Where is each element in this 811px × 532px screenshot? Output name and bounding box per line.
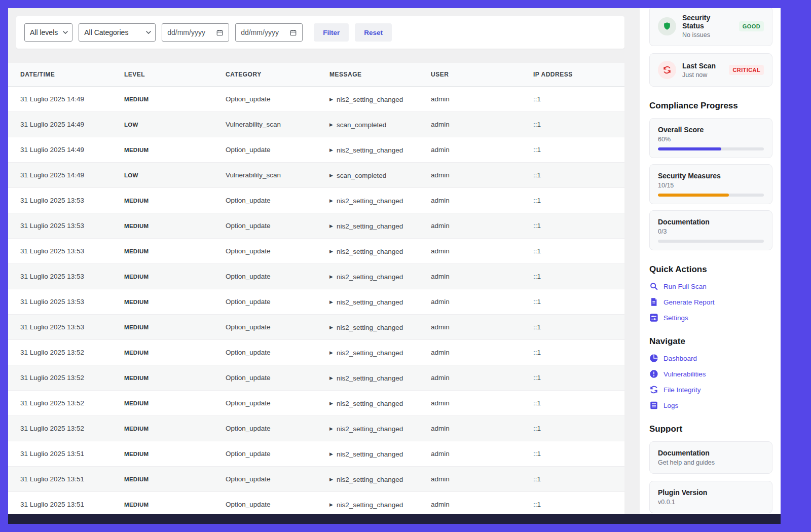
- column-header-message: MESSAGE: [317, 63, 419, 87]
- progress-card: Security Measures 10/15: [649, 164, 772, 204]
- logs-table-header: DATE/TIME LEVEL CATEGORY MESSAGE USER IP…: [8, 63, 624, 87]
- log-filter-bar: All levels All Categories dd/mm/yyyy: [16, 16, 624, 49]
- log-message-toggle[interactable]: ▶ nis2_setting_changed: [329, 197, 403, 205]
- sync-icon: [649, 385, 658, 394]
- support-documentation-card[interactable]: Documentation Get help and guides: [649, 441, 772, 474]
- column-header-datetime: DATE/TIME: [8, 63, 112, 87]
- expand-triangle-icon: ▶: [329, 224, 333, 229]
- progress-value: 10/15: [658, 182, 764, 189]
- log-level: MEDIUM: [124, 198, 149, 204]
- log-message: nis2_setting_changed: [337, 450, 403, 458]
- column-header-category: CATEGORY: [213, 63, 317, 87]
- quick-action-run-full-scan[interactable]: Run Full Scan: [649, 282, 772, 291]
- expand-triangle-icon: ▶: [329, 427, 333, 431]
- nav-link-label: Dashboard: [663, 355, 697, 362]
- log-datetime: 31 Luglio 2025 14:49: [8, 137, 112, 163]
- log-message-toggle[interactable]: ▶ nis2_setting_changed: [329, 298, 403, 306]
- log-category: Option_update: [213, 87, 317, 112]
- log-ip: ::1: [521, 137, 624, 163]
- log-ip: ::1: [521, 239, 624, 264]
- date-to-placeholder: dd/mm/yyyy: [241, 28, 279, 36]
- log-message-toggle[interactable]: ▶ nis2_setting_changed: [329, 248, 403, 255]
- nav-link-vulnerabilities[interactable]: Vulnerabilities: [649, 369, 772, 378]
- progress-title: Documentation: [658, 218, 764, 226]
- log-level: MEDIUM: [124, 451, 149, 457]
- log-message: nis2_setting_changed: [337, 273, 403, 281]
- log-message: scan_completed: [337, 121, 386, 129]
- log-level: MEDIUM: [124, 223, 149, 229]
- log-ip: ::1: [521, 315, 624, 340]
- nav-link-logs[interactable]: Logs: [649, 401, 772, 410]
- log-category: Option_update: [213, 441, 317, 467]
- log-ip: ::1: [521, 264, 624, 289]
- log-category: Option_update: [213, 416, 317, 441]
- log-user: admin: [419, 340, 521, 365]
- log-message: nis2_setting_changed: [337, 248, 403, 255]
- expand-triangle-icon: ▶: [329, 148, 333, 153]
- filter-button[interactable]: Filter: [314, 23, 349, 42]
- log-level: MEDIUM: [124, 248, 149, 254]
- nav-link-dashboard[interactable]: Dashboard: [649, 354, 772, 363]
- log-level: MEDIUM: [124, 400, 149, 406]
- log-message-toggle[interactable]: ▶ nis2_setting_changed: [329, 450, 403, 458]
- log-message: nis2_setting_changed: [337, 400, 403, 407]
- quick-action-generate-report[interactable]: Generate Report: [649, 297, 772, 307]
- log-level: MEDIUM: [124, 502, 149, 508]
- log-message-toggle[interactable]: ▶ scan_completed: [329, 172, 386, 179]
- table-row: 31 Luglio 2025 13:52 MEDIUM Option_updat…: [8, 391, 624, 416]
- log-level: MEDIUM: [124, 96, 149, 102]
- log-message-toggle[interactable]: ▶ nis2_setting_changed: [329, 425, 403, 433]
- support-documentation-subtitle: Get help and guides: [658, 459, 764, 466]
- log-user: admin: [419, 137, 521, 163]
- table-row: 31 Luglio 2025 13:53 MEDIUM Option_updat…: [8, 239, 624, 264]
- calendar-icon: [289, 29, 297, 36]
- quick-action-label: Settings: [663, 314, 688, 322]
- content-row: All levels All Categories dd/mm/yyyy: [8, 8, 781, 514]
- log-message-toggle[interactable]: ▶ nis2_setting_changed: [329, 324, 403, 331]
- date-from-input[interactable]: dd/mm/yyyy: [162, 23, 229, 42]
- log-message-toggle[interactable]: ▶ nis2_setting_changed: [329, 222, 403, 230]
- nav-link-file-integrity[interactable]: File Integrity: [649, 385, 772, 394]
- log-message-toggle[interactable]: ▶ nis2_setting_changed: [329, 374, 403, 382]
- log-ip: ::1: [521, 467, 624, 492]
- log-message: scan_completed: [337, 172, 386, 179]
- log-ip: ::1: [521, 391, 624, 416]
- log-category: Option_update: [213, 213, 317, 239]
- log-message-toggle[interactable]: ▶ scan_completed: [329, 121, 386, 129]
- navigate-heading: Navigate: [649, 336, 772, 347]
- log-user: admin: [419, 391, 521, 416]
- category-filter-select[interactable]: All Categories: [79, 23, 156, 42]
- log-message-toggle[interactable]: ▶ nis2_setting_changed: [329, 146, 403, 154]
- last-scan-subtitle: Just now: [682, 71, 723, 79]
- expand-triangle-icon: ▶: [329, 452, 333, 457]
- log-ip: ::1: [521, 441, 624, 467]
- log-user: admin: [419, 87, 521, 112]
- log-category: Option_update: [213, 188, 317, 213]
- alert-icon: [649, 369, 658, 378]
- log-message: nis2_setting_changed: [337, 476, 403, 483]
- support-documentation-title: Documentation: [658, 449, 764, 457]
- level-filter-select[interactable]: All levels: [24, 23, 72, 42]
- log-message-toggle[interactable]: ▶ nis2_setting_changed: [329, 400, 403, 407]
- log-message-toggle[interactable]: ▶ nis2_setting_changed: [329, 349, 403, 357]
- footer-bar: [8, 514, 781, 524]
- log-message-toggle[interactable]: ▶ nis2_setting_changed: [329, 273, 403, 281]
- log-datetime: 31 Luglio 2025 13:51: [8, 467, 112, 492]
- log-category: Vulnerability_scan: [213, 163, 317, 188]
- log-message: nis2_setting_changed: [337, 349, 403, 357]
- reset-button[interactable]: Reset: [355, 23, 392, 42]
- table-row: 31 Luglio 2025 13:53 MEDIUM Option_updat…: [8, 289, 624, 315]
- status-sidebar: Security Status No issues GOOD Last Scan…: [640, 8, 781, 514]
- log-level: MEDIUM: [124, 426, 149, 432]
- log-message-toggle[interactable]: ▶ nis2_setting_changed: [329, 476, 403, 483]
- log-category: Option_update: [213, 340, 317, 365]
- quick-action-settings[interactable]: Settings: [649, 313, 772, 322]
- log-category: Vulnerability_scan: [213, 112, 317, 137]
- log-datetime: 31 Luglio 2025 13:52: [8, 340, 112, 365]
- date-to-input[interactable]: dd/mm/yyyy: [235, 23, 303, 42]
- expand-triangle-icon: ▶: [329, 123, 333, 127]
- shield-icon: [658, 17, 676, 35]
- last-scan-text: Last Scan Just now: [682, 62, 723, 79]
- log-message-toggle[interactable]: ▶ nis2_setting_changed: [329, 501, 403, 509]
- log-message-toggle[interactable]: ▶ nis2_setting_changed: [329, 96, 403, 103]
